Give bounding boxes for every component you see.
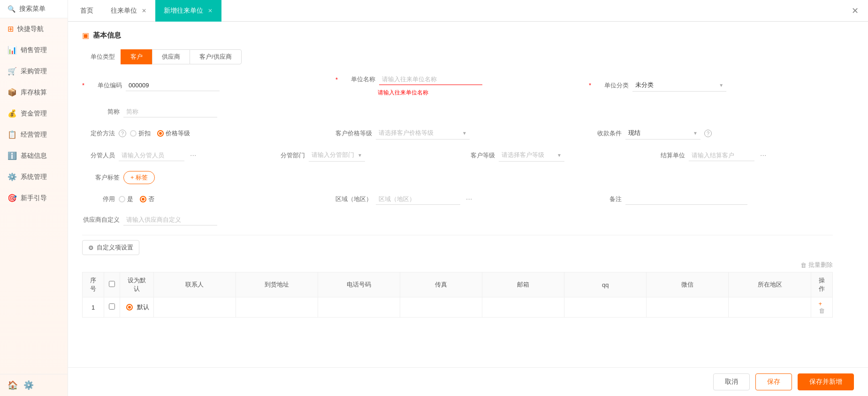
dept-arrow: ▼ <box>358 153 362 158</box>
tab-new-contact[interactable]: 新增往来单位 ✕ <box>155 0 221 22</box>
unit-name-label: 单位名称 <box>343 75 375 84</box>
unit-category-field: * 单位分类 未分类 ▼ <box>589 74 833 97</box>
manager-input[interactable] <box>119 150 184 161</box>
qq-input[interactable] <box>568 304 642 311</box>
supplier-custom-input[interactable] <box>123 214 217 225</box>
address-input[interactable] <box>240 304 314 311</box>
unit-type-btn-both[interactable]: 客户/供应商 <box>190 49 242 64</box>
th-fax: 传真 <box>400 272 482 297</box>
pricing-radio-discount[interactable]: 折扣 <box>130 129 151 138</box>
pricing-radio-level[interactable]: 价格等级 <box>157 129 190 138</box>
region-dots[interactable]: ··· <box>464 195 474 203</box>
sidebar-item-finance[interactable]: 💰 资金管理 <box>0 103 68 124</box>
unit-type-btn-supplier[interactable]: 供应商 <box>152 49 190 64</box>
row-checkbox[interactable] <box>109 303 115 310</box>
select-all-checkbox[interactable] <box>109 281 115 287</box>
contacts-table: 序号 设为默认 联系人 到货地址 电话号码 传真 邮箱 qq 微信 所在地区 操… <box>82 272 833 318</box>
cell-region <box>729 297 811 318</box>
tab-new-contact-close[interactable]: ✕ <box>208 8 213 14</box>
dept-select[interactable]: 请输入分管部门 ▼ <box>309 149 365 162</box>
customer-price-field: 客户价格等级 请选择客户价格等级 ▼ <box>335 127 579 140</box>
search-menu[interactable]: 🔍 搜索菜单 <box>0 0 68 18</box>
contact-input[interactable] <box>158 304 232 311</box>
pricing-option-discount: 折扣 <box>138 129 151 138</box>
pricing-help-icon[interactable]: ? <box>119 130 126 137</box>
unit-code-input[interactable] <box>126 80 220 91</box>
customer-price-placeholder: 请选择客户价格等级 <box>379 129 434 137</box>
sidebar: 🔍 搜索菜单 ⊞ 快捷导航 📊 销售管理 🛒 采购管理 📦 库存核算 💰 资金管… <box>0 0 68 396</box>
disabled-radio-no[interactable]: 否 <box>140 195 154 203</box>
sidebar-item-operations[interactable]: 📋 经营管理 <box>0 124 68 145</box>
region-input[interactable] <box>376 194 460 205</box>
window-close-icon[interactable]: ✕ <box>846 6 864 16</box>
sidebar-item-quicknav[interactable]: ⊞ 快捷导航 <box>0 18 68 39</box>
disabled-label: 停用 <box>82 195 115 203</box>
th-region: 所在地区 <box>729 272 811 297</box>
action-bar: 取消 保存 保存并新增 <box>68 367 868 396</box>
manager-dots[interactable]: ··· <box>188 151 198 160</box>
payment-select[interactable]: 现结 ▼ <box>625 127 700 140</box>
unit-type-btn-customer[interactable]: 客户 <box>121 49 152 64</box>
sidebar-item-basic-info[interactable]: ℹ️ 基础信息 <box>0 145 68 166</box>
remark-field: 备注 <box>589 194 833 205</box>
email-input[interactable] <box>486 304 560 311</box>
th-action: 操作 <box>811 272 832 297</box>
abbr-input[interactable] <box>123 106 217 117</box>
pricing-radio-group: 折扣 价格等级 <box>130 129 190 138</box>
sidebar-label-sales: 销售管理 <box>21 46 47 54</box>
customer-level-select[interactable]: 请选择客户等级 ▼ <box>499 149 564 162</box>
sidebar-item-sales[interactable]: 📊 销售管理 <box>0 39 68 61</box>
customer-price-label: 客户价格等级 <box>335 129 372 138</box>
gear-icon: ⚙ <box>88 244 94 251</box>
tag-field: 客户标签 + 标签 <box>82 171 833 184</box>
save-button[interactable]: 保存 <box>755 373 792 390</box>
section-title: 基本信息 <box>93 31 121 40</box>
unit-category-label: 单位分类 <box>596 81 629 90</box>
payment-help-icon[interactable]: ? <box>704 130 712 137</box>
fax-input[interactable] <box>404 304 478 311</box>
row-codes: * 单位编码 * 单位名称 请输入往来单位名称 * 单位分类 <box>82 74 833 97</box>
wechat-input[interactable] <box>650 304 724 311</box>
tab-home[interactable]: 首页 <box>72 0 102 22</box>
custom-setting-button[interactable]: ⚙ 自定义项设置 <box>82 240 139 255</box>
phone-input[interactable] <box>322 304 396 311</box>
table-toolbar: 🗑 批量删除 <box>82 261 833 269</box>
dept-placeholder: 请输入分管部门 <box>312 151 354 159</box>
default-radio[interactable] <box>126 304 133 311</box>
sidebar-item-system[interactable]: ⚙️ 系统管理 <box>0 166 68 187</box>
row-add-btn[interactable]: + <box>819 300 822 307</box>
tag-add-button[interactable]: + 标签 <box>123 171 155 184</box>
row-pricing: 定价方法 ? 折扣 价格等级 客户价格等级 <box>82 127 833 140</box>
home-icon[interactable]: 🏠 <box>8 380 18 390</box>
region-table-input[interactable] <box>732 304 807 311</box>
disabled-option-yes: 是 <box>127 195 133 203</box>
th-default: 设为默认 <box>120 272 153 297</box>
settlement-dots[interactable]: ··· <box>758 151 768 160</box>
sidebar-label-operations: 经营管理 <box>21 131 47 139</box>
customer-level-field: 客户等级 请选择客户等级 ▼ <box>462 149 643 162</box>
sidebar-item-purchase[interactable]: 🛒 采购管理 <box>0 61 68 82</box>
remark-input[interactable] <box>625 194 747 205</box>
cancel-button[interactable]: 取消 <box>713 373 750 390</box>
settlement-input[interactable] <box>689 150 754 161</box>
tab-contacts[interactable]: 往来单位 ✕ <box>102 0 155 22</box>
save-new-button[interactable]: 保存并新增 <box>798 373 854 390</box>
settings-icon[interactable]: ⚙️ <box>23 380 34 390</box>
search-menu-label: 搜索菜单 <box>19 5 46 13</box>
settlement-field: 结算单位 ··· <box>652 149 833 162</box>
tab-contacts-close[interactable]: ✕ <box>142 8 146 14</box>
row-delete-btn[interactable]: 🗑 <box>819 307 825 314</box>
disabled-field: 停用 是 否 <box>82 194 326 205</box>
sidebar-item-inventory[interactable]: 📦 库存核算 <box>0 82 68 103</box>
tab-bar: 首页 往来单位 ✕ 新增往来单位 ✕ ✕ <box>68 0 868 22</box>
form-content: ▣ 基本信息 单位类型 客户 供应商 客户/供应商 * 单位编码 * <box>68 22 868 367</box>
disabled-radio-yes[interactable]: 是 <box>119 195 133 203</box>
customer-price-arrow: ▼ <box>462 131 467 136</box>
batch-delete-button[interactable]: 🗑 批量删除 <box>800 261 833 269</box>
unit-name-input[interactable] <box>379 74 482 85</box>
unit-category-select[interactable]: 未分类 ▼ <box>632 79 726 92</box>
sidebar-item-guide[interactable]: 🎯 新手引导 <box>0 187 68 209</box>
customer-price-select[interactable]: 请选择客户价格等级 ▼ <box>376 127 470 140</box>
cell-qq <box>564 297 647 318</box>
basic-info-icon: ℹ️ <box>8 151 17 160</box>
